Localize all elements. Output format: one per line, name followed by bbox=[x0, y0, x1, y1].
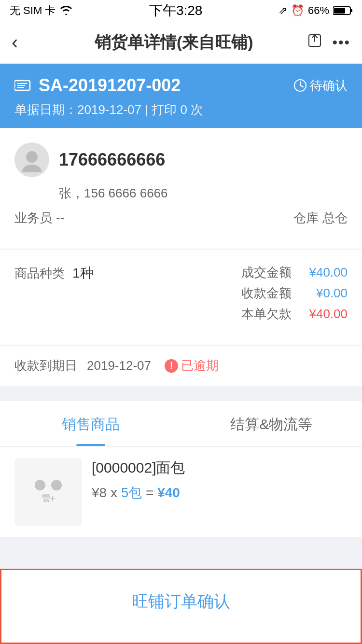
customer-section: 17666666666 张，156 6666 6666 业务员 -- 仓库 总仓 bbox=[0, 128, 362, 241]
product-section: 管+ [0000002]面包 ¥8 x 5包 = ¥40 bbox=[0, 447, 362, 537]
customer-name: 张，156 6666 6666 bbox=[59, 185, 348, 202]
warning-icon: ! bbox=[165, 359, 178, 373]
product-equals: = bbox=[142, 485, 157, 500]
product-name: [0000002]面包 bbox=[92, 458, 348, 478]
status-bar-time: 下午3:28 bbox=[149, 1, 203, 20]
status-bar: 无 SIM 卡 下午3:28 ⇗ ⏰ 66% bbox=[0, 0, 362, 21]
order-id-icon bbox=[14, 79, 32, 92]
avatar bbox=[14, 142, 49, 177]
deal-amount-label: 成交金额 bbox=[241, 264, 292, 281]
order-date: 单据日期：2019-12-07 | 打印 0 次 bbox=[14, 101, 348, 118]
received-amount-value: ¥0.00 bbox=[299, 286, 348, 301]
product-price: ¥8 x bbox=[92, 485, 121, 500]
status-bar-left: 无 SIM 卡 bbox=[10, 3, 73, 18]
product-item: 管+ [0000002]面包 ¥8 x 5包 = ¥40 bbox=[14, 458, 348, 526]
customer-phone: 17666666666 bbox=[59, 150, 165, 170]
order-status: 待确认 bbox=[293, 77, 348, 94]
overdue-badge: ! 已逾期 bbox=[165, 357, 219, 374]
warehouse-label: 仓库 bbox=[293, 210, 319, 226]
svg-point-12 bbox=[26, 151, 38, 163]
section-divider bbox=[0, 393, 362, 401]
due-date-label: 收款到期日 bbox=[14, 357, 77, 374]
location-icon: ⇗ bbox=[278, 4, 287, 17]
tab-sales-products[interactable]: 销售商品 bbox=[0, 401, 181, 446]
alarm-icon: ⏰ bbox=[291, 4, 304, 17]
product-info: [0000002]面包 ¥8 x 5包 = ¥40 bbox=[92, 458, 348, 502]
wifi-icon bbox=[59, 6, 73, 15]
back-button[interactable]: ‹ bbox=[12, 31, 41, 53]
svg-rect-1 bbox=[350, 9, 352, 12]
salesperson-value: -- bbox=[56, 210, 64, 225]
clock-icon bbox=[293, 79, 307, 92]
received-amount-label: 收款金额 bbox=[241, 285, 292, 302]
share-icon[interactable] bbox=[307, 33, 322, 52]
order-status-text: 待确认 bbox=[310, 77, 348, 94]
carrier-text: 无 SIM 卡 bbox=[10, 3, 56, 18]
deal-amount-value: ¥40.00 bbox=[299, 265, 348, 280]
product-types-value: 1种 bbox=[72, 264, 94, 282]
order-id-text: SA-20191207-002 bbox=[39, 75, 181, 96]
tab-settlement[interactable]: 结算&物流等 bbox=[181, 401, 362, 446]
salesperson-label: 业务员 bbox=[14, 210, 52, 226]
battery-text: 66% bbox=[308, 4, 329, 17]
confirm-order-button[interactable]: 旺铺订单确认 bbox=[16, 580, 346, 623]
due-date-section: 收款到期日 2019-12-07 ! 已逾期 bbox=[0, 345, 362, 386]
svg-rect-2 bbox=[334, 8, 345, 14]
tabs-section: 销售商品 结算&物流等 管+ [0000002]面包 ¥8 x 5包 = ¥40 bbox=[0, 401, 362, 537]
battery-icon bbox=[333, 6, 352, 15]
status-bar-right: ⇗ ⏰ 66% bbox=[278, 4, 352, 17]
order-id: SA-20191207-002 bbox=[14, 75, 181, 96]
product-total: ¥40 bbox=[157, 485, 180, 500]
product-qty: 5包 bbox=[121, 485, 142, 500]
stats-section: 商品种类 1种 成交金额 ¥40.00 收款金额 ¥0.00 本单欠款 ¥40.… bbox=[0, 249, 362, 337]
page-title: 销货单详情(来自旺铺) bbox=[41, 31, 307, 54]
owed-amount-value: ¥40.00 bbox=[299, 307, 348, 322]
product-types-label: 商品种类 bbox=[14, 265, 65, 282]
nav-bar: ‹ 销货单详情(来自旺铺) ••• bbox=[0, 21, 362, 64]
svg-point-13 bbox=[22, 165, 42, 172]
due-date-value: 2019-12-07 bbox=[87, 358, 151, 373]
overdue-text: 已逾期 bbox=[181, 357, 219, 374]
nav-actions: ••• bbox=[307, 33, 350, 52]
warehouse-value: 总仓 bbox=[322, 210, 348, 226]
product-price-row: ¥8 x 5包 = ¥40 bbox=[92, 484, 348, 502]
tabs-header: 销售商品 结算&物流等 bbox=[0, 401, 362, 447]
svg-line-11 bbox=[300, 85, 303, 87]
owed-amount-label: 本单欠款 bbox=[241, 306, 292, 322]
product-thumbnail: 管+ bbox=[14, 458, 82, 526]
more-icon[interactable]: ••• bbox=[332, 34, 350, 51]
customer-meta: 业务员 -- 仓库 总仓 bbox=[14, 210, 348, 226]
order-header: SA-20191207-002 待确认 单据日期：2019-12-07 | 打印… bbox=[0, 64, 362, 128]
confirm-button-container: 旺铺订单确认 bbox=[0, 569, 362, 644]
